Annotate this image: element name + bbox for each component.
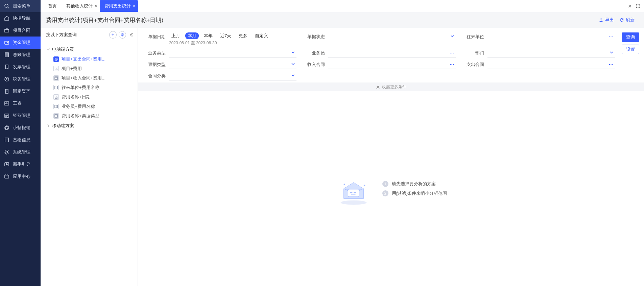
scheme-header: 按以下方案查询 (41, 28, 138, 42)
svg-point-25 (344, 184, 345, 185)
date-opt-custom[interactable]: 自定义 (253, 32, 270, 39)
date-opt-this-year[interactable]: 本年 (201, 32, 215, 39)
nav-invoice[interactable]: 发票管理 (0, 61, 41, 73)
svg-rect-1 (5, 29, 9, 32)
nav-guide[interactable]: 新手引导 (0, 158, 41, 170)
scheme-item-label: 业务员+费用名称 (62, 103, 95, 110)
nav-fixed[interactable]: 固定资产 (0, 85, 41, 97)
c-icon (4, 125, 9, 130)
select-input[interactable] (169, 49, 296, 57)
refresh-button[interactable]: 刷新 (617, 16, 637, 24)
step-text: 请先选择要分析的方案 (392, 181, 436, 187)
nav-baoxiao[interactable]: 小畅报销 (0, 122, 41, 134)
filter-actions: 查询 设置 (622, 28, 644, 82)
filter-expense-contract: 支出合同 ··· (464, 60, 615, 69)
group-label: 电脑端方案 (52, 46, 74, 52)
date-range-text: 2023-06-01 至 2023-06-30 (169, 40, 296, 46)
svg-point-14 (122, 34, 123, 35)
chevron-down-icon (291, 50, 295, 55)
filter-section: 单据日期 上月 本月 本年 近7天 更多 自定义 (138, 28, 644, 286)
filter-bill-type: 票据类型 (145, 60, 296, 69)
close-icon[interactable]: × (133, 4, 135, 8)
scheme-item-label: 项目+费用 (62, 66, 82, 72)
scheme-group-desktop[interactable]: 电脑端方案 (41, 44, 138, 54)
date-opt-prev-month[interactable]: 上月 (169, 32, 183, 39)
book-icon (4, 52, 9, 57)
ellipsis-icon: ··· (450, 62, 454, 67)
nav-appcenter[interactable]: 应用中心 (0, 170, 41, 183)
scheme-item[interactable]: 业务员+费用名称 (41, 102, 138, 111)
svg-rect-17 (55, 77, 57, 79)
svg-point-15 (55, 58, 57, 61)
field-label: 合同分类 (145, 72, 166, 79)
nav-label: 项目合同 (13, 27, 30, 33)
close-icon[interactable]: × (95, 4, 97, 8)
wallet-icon (4, 40, 9, 45)
tab-home[interactable]: 首页 (43, 0, 62, 12)
target-icon (53, 56, 59, 62)
nav-funds[interactable]: 资金管理 (0, 37, 41, 49)
tabs-close-all-button[interactable] (626, 3, 633, 9)
sidebar-nav: 搜索菜单 快捷导航 项目合同 资金管理 总账管理 发票管理 税务管理 固定资产 (0, 0, 41, 286)
collapse-filters-button[interactable]: 收起更多条件 (138, 82, 644, 91)
collapse-scheme-button[interactable] (128, 32, 134, 38)
svg-rect-13 (5, 175, 9, 178)
field-label: 往来单位 (464, 32, 484, 40)
chart-icon (53, 94, 59, 100)
nav-system[interactable]: 系统管理 (0, 146, 41, 158)
export-button[interactable]: 导出 (596, 16, 617, 24)
date-opt-this-month[interactable]: 本月 (185, 32, 199, 39)
tab-other-income[interactable]: 其他收入统计 × (62, 0, 100, 12)
field-label: 收入合同 (305, 60, 325, 68)
gear-icon (4, 149, 9, 155)
tabs-bar: 首页 其他收入统计 × 费用支出统计 × (41, 0, 644, 12)
nav-ops[interactable]: 经营管理 (0, 110, 41, 122)
tab-fee-expense[interactable]: 费用支出统计 × (100, 0, 138, 12)
select-input[interactable] (169, 72, 296, 80)
date-opt-7days[interactable]: 近7天 (218, 32, 234, 39)
scheme-group-mobile[interactable]: 移动端方案 (41, 121, 138, 131)
picker-input[interactable]: ··· (328, 49, 456, 57)
nav-project[interactable]: 项目合同 (0, 24, 41, 37)
select-input[interactable] (487, 49, 615, 57)
picker-input[interactable]: ··· (328, 60, 456, 69)
svg-point-16 (56, 59, 56, 59)
scheme-item[interactable]: 往来单位+费用名称 (41, 83, 138, 92)
nav-quick[interactable]: 快捷导航 (0, 12, 41, 24)
query-button[interactable]: 查询 (622, 32, 639, 42)
fullscreen-button[interactable] (635, 3, 641, 9)
field-label: 单据状态 (305, 32, 325, 40)
nav-salary[interactable]: 工资 (0, 97, 41, 110)
select-input[interactable] (169, 60, 296, 69)
select-input[interactable] (328, 32, 456, 41)
scheme-settings-button[interactable] (119, 31, 126, 39)
nav-label: 系统管理 (13, 149, 30, 155)
scheme-item[interactable]: 项目+收入合同+费用... (41, 73, 138, 83)
bracket-icon (53, 85, 59, 90)
tab-label: 首页 (48, 3, 57, 9)
nav-tax[interactable]: 税务管理 (0, 73, 41, 85)
picker-input[interactable]: ··· (487, 60, 615, 69)
nav-label: 总账管理 (13, 52, 30, 58)
ellipsis-icon: ··· (609, 34, 614, 39)
receipt-icon (4, 64, 9, 70)
settings-button[interactable]: 设置 (622, 45, 639, 54)
date-opt-more[interactable]: 更多 (236, 32, 250, 39)
empty-step: 1 请先选择要分析的方案 (382, 181, 447, 187)
picker-input[interactable]: ··· (487, 32, 615, 41)
scheme-item[interactable]: 项目+支出合同+费用... (41, 54, 138, 64)
add-scheme-button[interactable] (109, 31, 117, 39)
chevron-down-icon (291, 73, 295, 78)
caret-right-icon (47, 124, 50, 127)
nav-base[interactable]: 基础信息 (0, 134, 41, 146)
nav-label: 基础信息 (13, 137, 30, 143)
building-icon (4, 89, 9, 94)
scheme-item[interactable]: 费用名称+票据类型 (41, 111, 138, 121)
scheme-item[interactable]: 费用名称+日期 (41, 92, 138, 102)
nav-ledger[interactable]: 总账管理 (0, 49, 41, 61)
play-icon (4, 162, 9, 167)
scheme-item[interactable]: 项目+费用 (41, 64, 138, 73)
nav-search[interactable]: 搜索菜单 (0, 0, 41, 12)
field-label: 票据类型 (145, 60, 166, 68)
svg-rect-6 (5, 89, 8, 93)
